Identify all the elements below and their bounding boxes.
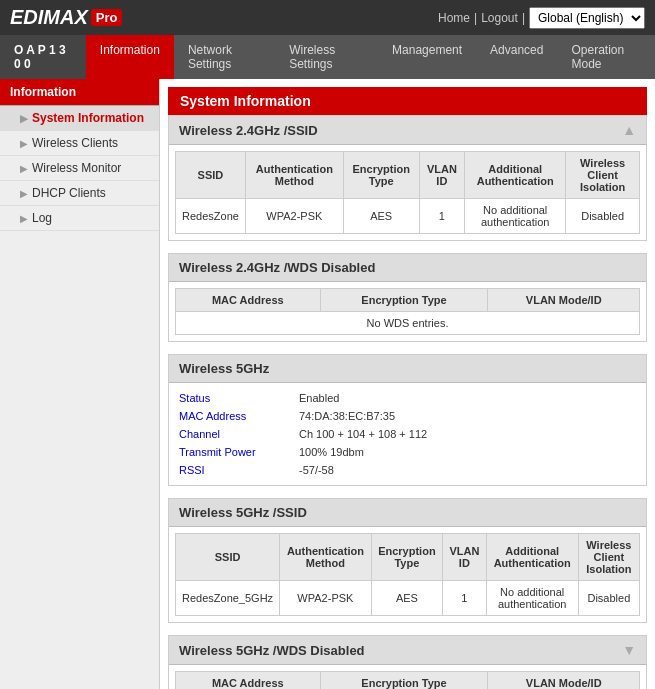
nav-item-network[interactable]: Network Settings (174, 35, 275, 79)
table-row: RedesZone_5GHz WPA2-PSK AES 1 No additio… (176, 581, 640, 616)
info-label-status: Status (179, 392, 299, 404)
cell-isolation: Disabled (578, 581, 639, 616)
table-5ghz-ssid: SSID Authentication Method Encryption Ty… (175, 533, 640, 616)
top-nav: O A P 1 3 0 0 Information Network Settin… (0, 35, 655, 79)
section-wireless-24-ssid: Wireless 2.4GHz /SSID ▲ SSID Authenticat… (168, 115, 647, 241)
cell-add-auth: No additional authentication (486, 581, 578, 616)
sidebar-label: Log (32, 211, 52, 225)
table-header-row: MAC Address Encryption Type VLAN Mode/ID (176, 672, 640, 690)
sidebar-item-wireless-monitor[interactable]: ▶ Wireless Monitor (0, 156, 159, 181)
sidebar-item-wireless-clients[interactable]: ▶ Wireless Clients (0, 131, 159, 156)
header-right: Home | Logout | Global (English) (438, 7, 645, 29)
cell-isolation: Disabled (566, 199, 640, 234)
table-wrap-5ghz-wds: MAC Address Encryption Type VLAN Mode/ID… (169, 665, 646, 689)
cell-enc: AES (371, 581, 442, 616)
info-row-tx-power: Transmit Power 100% 19dbm (175, 443, 640, 461)
table-wrap-24-ssid: SSID Authentication Method Encryption Ty… (169, 145, 646, 240)
col-mac: MAC Address (176, 672, 321, 690)
table-wrap-5ghz-ssid: SSID Authentication Method Encryption Ty… (169, 527, 646, 622)
info-row-rssi: RSSI -57/-58 (175, 461, 640, 479)
table-wrap-24-wds: MAC Address Encryption Type VLAN Mode/ID… (169, 282, 646, 341)
info-row-mac: MAC Address 74:DA:38:EC:B7:35 (175, 407, 640, 425)
info-row-channel: Channel Ch 100 + 104 + 108 + 112 (175, 425, 640, 443)
col-auth-method: Authentication Method (280, 534, 372, 581)
nav-item-advanced[interactable]: Advanced (476, 35, 557, 79)
cell-vlan: 1 (419, 199, 465, 234)
info-value-rssi: -57/-58 (299, 464, 334, 476)
content-area: System Information Wireless 2.4GHz /SSID… (160, 79, 655, 689)
section-wireless-24-wds: Wireless 2.4GHz /WDS Disabled MAC Addres… (168, 253, 647, 342)
section-wireless-5ghz-wds: Wireless 5GHz /WDS Disabled ▼ MAC Addres… (168, 635, 647, 689)
section-title: Wireless 5GHz (179, 361, 269, 376)
table-header-row: MAC Address Encryption Type VLAN Mode/ID (176, 289, 640, 312)
col-mac: MAC Address (176, 289, 321, 312)
empty-msg: No WDS entries. (176, 312, 640, 335)
section-title: Wireless 2.4GHz /SSID (179, 123, 318, 138)
cell-enc: AES (343, 199, 419, 234)
info-label-mac: MAC Address (179, 410, 299, 422)
sidebar-label: Wireless Clients (32, 136, 118, 150)
info-value-txpower: 100% 19dbm (299, 446, 364, 458)
sidebar: Information ▶ System Information ▶ Wirel… (0, 79, 160, 689)
nav-item-information[interactable]: Information (86, 35, 174, 79)
section-title: Wireless 5GHz /SSID (179, 505, 307, 520)
col-enc-type: Encryption Type (343, 152, 419, 199)
cell-ssid: RedesZone_5GHz (176, 581, 280, 616)
col-ssid: SSID (176, 152, 246, 199)
section-header-5ghz-wds: Wireless 5GHz /WDS Disabled ▼ (169, 636, 646, 665)
home-link[interactable]: Home (438, 11, 470, 25)
scroll-down-icon[interactable]: ▼ (622, 642, 636, 658)
logout-link[interactable]: Logout (481, 11, 518, 25)
sidebar-item-log[interactable]: ▶ Log (0, 206, 159, 231)
logo: EDIMAX Pro (10, 6, 122, 29)
col-enc-type: Encryption Type (371, 534, 442, 581)
logo-edimax: EDIMAX (10, 6, 88, 29)
arrow-icon: ▶ (20, 188, 28, 199)
sidebar-item-dhcp-clients[interactable]: ▶ DHCP Clients (0, 181, 159, 206)
section-title: Wireless 5GHz /WDS Disabled (179, 643, 365, 658)
col-client-isolation: Wireless Client Isolation (566, 152, 640, 199)
col-vlan-mode: VLAN Mode/ID (488, 289, 640, 312)
section-header-24-ssid: Wireless 2.4GHz /SSID ▲ (169, 116, 646, 145)
sidebar-group-label: Information (10, 85, 76, 99)
cell-vlan: 1 (443, 581, 486, 616)
col-client-isolation: Wireless Client Isolation (578, 534, 639, 581)
col-enc: Encryption Type (320, 672, 488, 690)
separator: | (474, 11, 477, 25)
info-label-channel: Channel (179, 428, 299, 440)
info-label-rssi: RSSI (179, 464, 299, 476)
col-auth-method: Authentication Method (245, 152, 343, 199)
scroll-up-icon[interactable]: ▲ (622, 122, 636, 138)
col-additional-auth: Additional Authentication (486, 534, 578, 581)
col-ssid: SSID (176, 534, 280, 581)
table-header-row: SSID Authentication Method Encryption Ty… (176, 152, 640, 199)
arrow-icon: ▶ (20, 163, 28, 174)
table-row-empty: No WDS entries. (176, 312, 640, 335)
sidebar-item-system-information[interactable]: ▶ System Information (0, 106, 159, 131)
page-title: System Information (168, 87, 647, 115)
cell-add-auth: No additional authentication (465, 199, 566, 234)
cell-auth: WPA2-PSK (280, 581, 372, 616)
col-vlan-id: VLAN ID (419, 152, 465, 199)
section-header-5ghz: Wireless 5GHz (169, 355, 646, 383)
sidebar-label: DHCP Clients (32, 186, 106, 200)
nav-device-name: O A P 1 3 0 0 (0, 35, 86, 79)
language-select[interactable]: Global (English) (529, 7, 645, 29)
info-label-txpower: Transmit Power (179, 446, 299, 458)
info-row-status: Status Enabled (175, 389, 640, 407)
section-title: Wireless 2.4GHz /WDS Disabled (179, 260, 375, 275)
table-row: RedesZone WPA2-PSK AES 1 No additional a… (176, 199, 640, 234)
table-24-ssid: SSID Authentication Method Encryption Ty… (175, 151, 640, 234)
nav-item-operation[interactable]: Operation Mode (557, 35, 655, 79)
cell-ssid: RedesZone (176, 199, 246, 234)
section-header-24-wds: Wireless 2.4GHz /WDS Disabled (169, 254, 646, 282)
sidebar-label: System Information (32, 111, 144, 125)
nav-item-management[interactable]: Management (378, 35, 476, 79)
info-value-channel: Ch 100 + 104 + 108 + 112 (299, 428, 427, 440)
nav-item-wireless[interactable]: Wireless Settings (275, 35, 378, 79)
table-header-row: SSID Authentication Method Encryption Ty… (176, 534, 640, 581)
info-value-status: Enabled (299, 392, 339, 404)
sidebar-label: Wireless Monitor (32, 161, 121, 175)
logo-pro: Pro (91, 9, 123, 26)
info-value-mac: 74:DA:38:EC:B7:35 (299, 410, 395, 422)
